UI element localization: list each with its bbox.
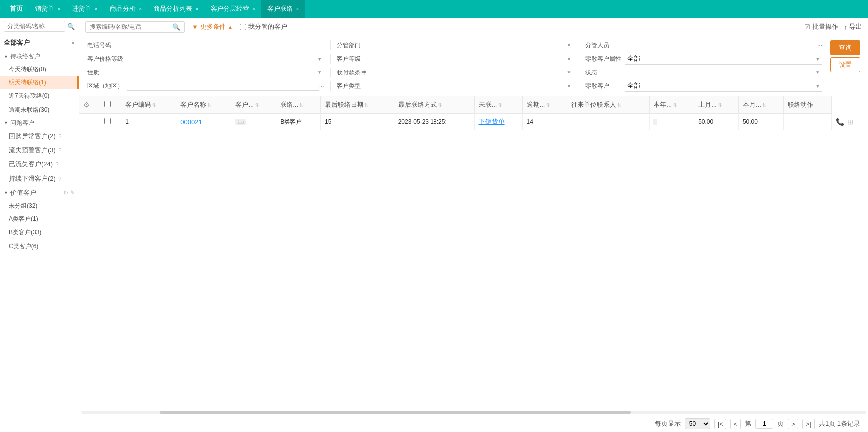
sidebar-item-declining[interactable]: 持续下滑客户(2) ? — [0, 172, 79, 186]
close-customer-contact-icon[interactable]: × — [296, 6, 299, 12]
set-button[interactable]: 设置 — [830, 57, 860, 72]
filter-price-level-field: 客户价格等级 ▼ — [87, 55, 324, 63]
customer-code-link[interactable]: 000021 — [180, 118, 202, 126]
sidebar-item-repurchase-abnormal[interactable]: 回购异常客户(2) ? — [0, 129, 79, 144]
row-checkbox[interactable] — [104, 118, 111, 124]
filter-person-input[interactable] — [625, 41, 817, 50]
content-area: 🔍 ▼ 更多条件 ▲ 我分管的客户 ☑ 批量操作 ↑ 导出 — [79, 18, 868, 432]
close-product-analysis-list-icon[interactable]: × — [195, 6, 198, 12]
filter-payment-select[interactable]: ▼ — [376, 69, 574, 76]
filter-nature-label: 性质 — [87, 69, 127, 77]
search-input[interactable] — [90, 23, 172, 30]
chevron-up-icon: ▲ — [228, 24, 233, 30]
filter-status-select[interactable]: ▼ — [625, 69, 822, 76]
per-page-label: 每页显示 — [655, 419, 681, 428]
sidebar-all-customers[interactable]: 全部客户 « — [0, 35, 79, 50]
filter-retail-attr-select[interactable]: 全部 ▼ — [625, 53, 822, 65]
sidebar-item-overdue-pending[interactable]: 逾期未联络(30) — [0, 103, 79, 117]
filter-dept-select[interactable]: ▼ — [376, 41, 574, 49]
sidebar-search-icon[interactable]: 🔍 — [67, 23, 75, 30]
filter-region-input[interactable] — [127, 81, 319, 91]
sidebar-item-class-b[interactable]: B类客户(33) — [0, 226, 79, 239]
close-customer-segmentation-icon[interactable]: × — [252, 6, 255, 12]
type-sort-icon[interactable]: ⇅ — [255, 102, 259, 108]
overdue-sort-icon[interactable]: ⇅ — [546, 102, 550, 108]
sidebar-item-7days-pending[interactable]: 近7天待联络(0) — [0, 89, 79, 103]
export-button[interactable]: ↑ 导出 — [844, 22, 863, 31]
filter-phone-input[interactable] — [127, 41, 324, 50]
table-gear-icon[interactable]: ⚙ — [83, 101, 90, 109]
nav-customer-segmentation[interactable]: 客户分层经营 × — [205, 0, 261, 18]
per-page-select[interactable]: 50 100 200 — [685, 418, 710, 429]
filter-person-dots[interactable]: ··· — [817, 42, 822, 49]
contact-count-sort-icon[interactable]: ⇅ — [299, 102, 303, 108]
phone-action-icon[interactable]: 📞 — [836, 118, 844, 126]
filter-panel: 电话号码 分管部门 ▼ 分管人员 — [79, 36, 868, 96]
nav-product-analysis-list[interactable]: 商品分析列表 × — [147, 0, 204, 18]
horizontal-scrollbar[interactable] — [79, 409, 868, 415]
nav-sales-order[interactable]: 销货单 × — [29, 0, 66, 18]
sidebar-item-ungrouped[interactable]: 未分组(32) — [0, 199, 79, 213]
contact-method-link[interactable]: 下销货单 — [479, 118, 505, 125]
my-customers-checkbox[interactable] — [240, 24, 246, 30]
sidebar-item-class-c[interactable]: C类客户(6) — [0, 240, 79, 253]
filter-retail-attr-field: 零散客户属性 全部 ▼ — [585, 53, 822, 65]
code-sort-icon[interactable]: ⇅ — [152, 102, 156, 108]
filter-customer-level-label: 客户等级 — [337, 55, 376, 63]
sidebar-search-input[interactable] — [4, 21, 65, 32]
filter-row-1: 电话号码 分管部门 ▼ 分管人员 — [87, 40, 822, 50]
filter-price-level-select[interactable]: ▼ — [127, 55, 324, 63]
first-page-button[interactable]: |< — [714, 419, 726, 429]
last-contact-date-sort-icon[interactable]: ⇅ — [364, 102, 368, 108]
nav-customer-contact[interactable]: 客户联络 × — [261, 0, 305, 18]
close-purchase-order-icon[interactable]: × — [94, 6, 97, 12]
pagination: 每页显示 50 100 200 |< < 第 页 > >| 共1页 1条记录 — [79, 415, 868, 432]
scroll-thumb — [160, 411, 631, 414]
sidebar-item-tomorrow-pending[interactable]: 明天待联络(1) — [0, 76, 79, 89]
filter-payment-label: 收付款条件 — [337, 69, 376, 77]
filter-retail-customer-select[interactable]: 全部 ▼ — [625, 80, 822, 92]
sidebar-problem-section[interactable]: 问题客户 — [0, 117, 79, 129]
last-page-button[interactable]: >| — [802, 419, 815, 429]
pending-sort-icon[interactable]: ⇅ — [498, 102, 502, 108]
filter-customer-type-select[interactable]: ▼ — [376, 82, 574, 90]
sidebar-item-churn-warning[interactable]: 流失预警客户(3) ? — [0, 144, 79, 158]
name-sort-icon[interactable]: ⇅ — [207, 102, 211, 108]
sidebar-item-today-pending[interactable]: 今天待联络(0) — [0, 63, 79, 76]
filter-row-4: 区域（地区） ··· 客户类型 ▼ — [87, 80, 822, 92]
filter-retail-customer-field: 零散客户 全部 ▼ — [585, 80, 822, 92]
nav-purchase-order[interactable]: 进货单 × — [66, 0, 103, 18]
query-button[interactable]: 查询 — [830, 40, 860, 55]
contact-person-sort-icon[interactable]: ⇅ — [617, 102, 621, 108]
grid-action-icon[interactable]: ⊞ — [847, 118, 853, 126]
filter-region-dots[interactable]: ··· — [319, 83, 324, 90]
next-page-button[interactable]: > — [788, 419, 798, 429]
sidebar-item-churned[interactable]: 已流失客户(24) ? — [0, 157, 79, 172]
sidebar-pending-section[interactable]: 待联络客户 — [0, 50, 79, 63]
close-product-analysis-icon[interactable]: × — [139, 6, 142, 12]
scroll-track — [81, 411, 866, 414]
prev-page-button[interactable]: < — [730, 419, 741, 429]
filter-customer-level-select[interactable]: ▼ — [376, 55, 574, 63]
sidebar-item-class-a[interactable]: A类客户(1) — [0, 213, 79, 226]
last-month-sort-icon[interactable]: ⇅ — [718, 102, 722, 108]
this-month-sort-icon[interactable]: ⇅ — [762, 102, 766, 108]
last-contact-method-sort-icon[interactable]: ⇅ — [438, 102, 442, 108]
th-last-month: 上月...⇅ — [694, 96, 739, 114]
select-all-checkbox[interactable] — [104, 101, 111, 107]
bulk-operation-button[interactable]: ☑ 批量操作 — [804, 22, 838, 31]
td-gear — [79, 114, 100, 130]
my-customers-checkbox-area[interactable]: 我分管的客户 — [240, 22, 287, 31]
page-input[interactable] — [755, 419, 773, 429]
more-filter-button[interactable]: ▼ 更多条件 ▲ — [189, 21, 236, 33]
this-year-sort-icon[interactable]: ⇅ — [673, 102, 677, 108]
filter-nature-field: 性质 ▼ — [87, 69, 324, 77]
close-sales-order-icon[interactable]: × — [57, 6, 60, 12]
dept-chevron-icon: ▼ — [566, 42, 571, 48]
sidebar-value-section-header[interactable]: ▼ 价值客户 ↻ ✎ — [0, 186, 79, 199]
nav-product-analysis[interactable]: 商品分析 × — [104, 0, 147, 18]
filter-nature-select[interactable]: ▼ — [127, 69, 324, 76]
nav-home[interactable]: 首页 — [4, 0, 29, 18]
filter-divider-7 — [330, 81, 331, 91]
toolbar-search-icon[interactable]: 🔍 — [172, 23, 180, 31]
